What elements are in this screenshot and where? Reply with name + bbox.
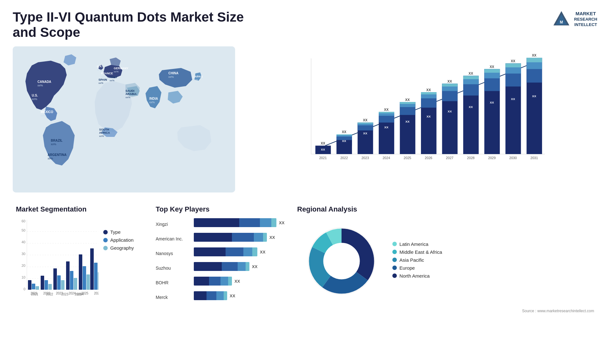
svg-text:xx%: xx% <box>193 78 198 81</box>
svg-text:U.K.: U.K. <box>97 65 103 68</box>
svg-rect-69 <box>400 102 416 104</box>
player-bar-4 <box>194 277 232 286</box>
player-names: Xingzi American Inc. Nanosys Suzhou BOHR… <box>156 218 187 302</box>
svg-text:XX: XX <box>469 105 473 109</box>
regional-legend: Latin America Middle East & Africa Asia … <box>392 241 442 281</box>
player-val-4: XX <box>234 279 240 284</box>
svg-text:2026: 2026 <box>425 156 432 160</box>
svg-rect-175 <box>74 278 77 290</box>
svg-text:XX: XX <box>384 108 389 111</box>
donut-svg <box>297 217 386 306</box>
svg-rect-163 <box>36 286 39 290</box>
svg-text:60: 60 <box>22 219 25 223</box>
svg-text:2031: 2031 <box>530 156 538 160</box>
donut-wrap: Latin America Middle East & Africa Asia … <box>297 217 594 306</box>
svg-text:XX: XX <box>490 101 494 104</box>
svg-text:M: M <box>560 20 563 24</box>
svg-text:2027: 2027 <box>446 156 454 160</box>
svg-text:2025: 2025 <box>75 293 82 296</box>
svg-rect-93 <box>484 69 500 73</box>
svg-rect-173 <box>66 261 70 290</box>
svg-text:2023: 2023 <box>362 156 369 160</box>
svg-point-191 <box>324 244 359 279</box>
svg-text:0: 0 <box>24 287 25 291</box>
svg-text:INDIA: INDIA <box>149 97 158 100</box>
player-val-5: XX <box>230 293 235 298</box>
svg-text:20: 20 <box>22 264 25 267</box>
svg-rect-162 <box>32 284 35 289</box>
player-name-4: BOHR <box>156 278 187 287</box>
svg-text:XX: XX <box>342 139 347 143</box>
svg-text:XX: XX <box>511 59 515 63</box>
svg-text:xx%: xx% <box>32 98 37 101</box>
player-bar-row-1: XX <box>194 233 284 242</box>
legend-latin-america: Latin America <box>392 241 442 247</box>
svg-text:XX: XX <box>426 115 431 118</box>
svg-text:CHINA: CHINA <box>168 71 179 75</box>
svg-text:XX: XX <box>532 94 537 98</box>
svg-text:ARGENTINA: ARGENTINA <box>48 153 66 157</box>
segment-legend: Type Application Geography <box>103 217 134 253</box>
svg-rect-166 <box>44 280 48 290</box>
key-players-panel: Top Key Players Xingzi American Inc. Nan… <box>152 202 288 335</box>
logo-icon: M <box>552 10 571 29</box>
svg-rect-75 <box>421 92 437 94</box>
svg-text:2028: 2028 <box>467 156 475 160</box>
svg-text:SOUTH: SOUTH <box>99 128 109 131</box>
svg-text:MEXICO: MEXICO <box>41 110 53 114</box>
svg-rect-178 <box>83 266 86 290</box>
europe-dot <box>392 266 397 270</box>
svg-rect-165 <box>41 276 44 290</box>
asia-pacific-dot <box>392 258 397 262</box>
svg-text:2030: 2030 <box>509 156 517 160</box>
svg-text:30: 30 <box>22 252 25 256</box>
player-val-0: XX <box>279 220 284 225</box>
player-bar-3 <box>194 262 249 271</box>
svg-rect-182 <box>94 263 98 290</box>
svg-rect-177 <box>79 254 82 290</box>
player-bar-row-3: XX <box>194 262 284 271</box>
svg-text:2024: 2024 <box>383 156 390 160</box>
svg-text:XX: XX <box>405 98 410 102</box>
legend-type: Type <box>103 229 134 235</box>
player-val-3: XX <box>252 264 257 269</box>
map-svg: CANADA xx% U.S. xx% MEXICO xx% BRAZIL xx… <box>13 46 235 192</box>
svg-text:xx%: xx% <box>41 114 46 117</box>
source-text: Source : www.marketresearchintellect.com <box>297 309 594 313</box>
svg-text:xx%: xx% <box>48 157 53 160</box>
svg-text:xx%: xx% <box>51 143 56 146</box>
players-layout: Xingzi American Inc. Nanosys Suzhou BOHR… <box>156 218 284 302</box>
svg-rect-179 <box>86 274 90 290</box>
legend-geography: Geography <box>103 245 134 251</box>
north-america-dot <box>392 273 397 278</box>
svg-text:GERMANY: GERMANY <box>114 67 128 70</box>
player-name-3: Suzhou <box>156 264 187 273</box>
segment-title: Market Segmentation <box>16 205 143 213</box>
svg-rect-57 <box>358 123 373 124</box>
svg-text:xx%: xx% <box>99 135 104 138</box>
world-map: CANADA xx% U.S. xx% MEXICO xx% BRAZIL xx… <box>13 46 235 192</box>
player-bar-2 <box>194 247 257 256</box>
svg-rect-63 <box>379 112 394 113</box>
player-name-5: Merck <box>156 293 187 302</box>
regional-title: Regional Analysis <box>297 205 594 213</box>
page-title: Type II-VI Quantum Dots Market Size and … <box>13 10 267 40</box>
svg-text:ITALY: ITALY <box>110 76 118 79</box>
svg-text:2029: 2029 <box>488 156 496 160</box>
player-bars: XX XX <box>194 218 284 302</box>
svg-text:XX: XX <box>490 65 494 69</box>
svg-text:ARABIA: ARABIA <box>125 92 137 96</box>
svg-text:xx%: xx% <box>110 79 114 82</box>
svg-text:SAUDI: SAUDI <box>125 89 134 92</box>
header: Type II-VI Quantum Dots Market Size and … <box>13 10 597 40</box>
growth-chart-container: XX 2021 XX 2022 XX <box>235 46 597 192</box>
player-name-0: Xingzi <box>156 220 187 229</box>
svg-text:10: 10 <box>22 275 25 279</box>
svg-text:2026: 2026 <box>94 292 98 295</box>
svg-rect-51 <box>336 134 352 135</box>
svg-text:XX: XX <box>469 71 473 75</box>
svg-text:JAPAN: JAPAN <box>193 75 203 78</box>
svg-rect-181 <box>90 248 94 290</box>
svg-text:xx%: xx% <box>37 84 43 87</box>
logo-area: M MARKET RESEARCH INTELLECT <box>552 10 597 29</box>
